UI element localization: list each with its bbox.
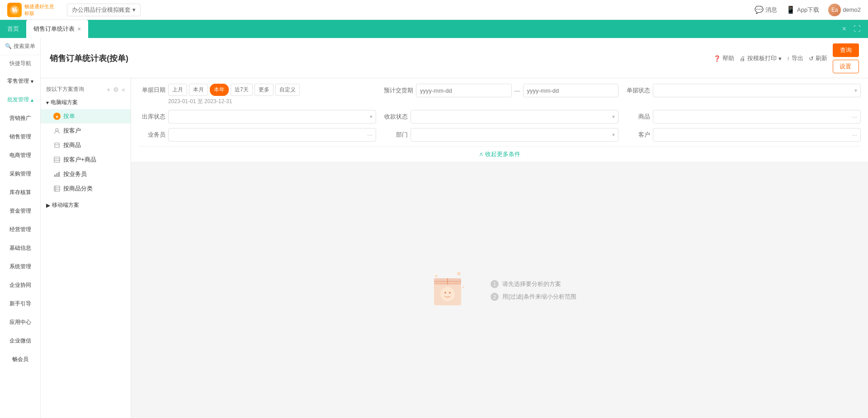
svg-rect-5 [54, 157, 60, 162]
app-download-btn[interactable]: 📱 App下载 [786, 5, 819, 14]
finance-label: 资金管理 [9, 208, 31, 214]
filter-row-3: 业务员 ··· 部门 ▾ [138, 128, 861, 142]
maximize-btn[interactable]: ⛶ [852, 25, 863, 33]
date-filter-cell: 单据日期 上月 本月 本年 近7天 更多 自定义 2023 [138, 84, 376, 105]
receive-status-select-wrapper: ▾ [410, 110, 618, 124]
minimize-btn[interactable]: × [840, 25, 848, 33]
sidebar-item-inventory[interactable]: 库存核算 [0, 183, 40, 202]
scheme-item-dan[interactable]: ● 按单 [41, 109, 131, 124]
sidebar-item-basic[interactable]: 基础信息 [0, 239, 40, 257]
svg-point-21 [449, 292, 451, 294]
sidebar-item-zero-retail[interactable]: 零售管理 ▾ [0, 72, 40, 90]
scheme-add-btn[interactable]: + [107, 86, 110, 93]
scheme-item-customer-goods[interactable]: 按客户+商品 [41, 152, 131, 167]
scheme-header-label: 按以下方案查询 [46, 86, 84, 93]
sidebar-item-enterprise[interactable]: 企业协同 [0, 276, 40, 294]
collapse-bar[interactable]: ∧ 收起更多条件 [138, 146, 861, 162]
export-btn[interactable]: ↑ 导出 [787, 54, 804, 62]
scheme-item-goods[interactable]: 按商品 [41, 138, 131, 152]
last7-btn[interactable]: 近7天 [231, 84, 253, 96]
sidebar-item-system[interactable]: 系统管理 [0, 257, 40, 276]
goods-select[interactable] [653, 110, 861, 124]
customer-select-wrapper: ··· [653, 128, 861, 142]
logo-area: 畅 畅捷通好生意 标版 [7, 3, 54, 17]
receive-status-select[interactable] [410, 110, 618, 124]
sidebar-item-purchase[interactable]: 采购管理 [0, 165, 40, 183]
tab-sales-stats[interactable]: 销售订单统计表 × [26, 20, 88, 38]
goods-cell: 商品 ··· [623, 110, 861, 124]
prev-month-btn[interactable]: 上月 [168, 84, 187, 96]
settings-btn[interactable]: 设置 [833, 60, 859, 73]
customer-select[interactable] [653, 128, 861, 142]
content-area: 销售订单统计表(按单) ❓ 帮助 🖨 按模板打印 ▾ ↑ 导出 [41, 38, 868, 418]
message-btn[interactable]: 💬 消息 [755, 5, 777, 14]
sidebar-item-member[interactable]: 畅会员 [0, 350, 40, 369]
filter-panel: 单据日期 上月 本月 本年 近7天 更多 自定义 2023 [131, 78, 868, 162]
salesman-select[interactable] [168, 128, 376, 142]
sidebar-item-newbie[interactable]: 新手引导 [0, 294, 40, 313]
ship-status-select-wrapper: ▾ [168, 110, 376, 124]
more-date-btn[interactable]: 更多 [255, 84, 274, 96]
tab-close-icon[interactable]: × [77, 25, 81, 33]
sidebar-item-finance[interactable]: 资金管理 [0, 202, 40, 220]
scheme-label-goods: 按商品 [63, 141, 81, 149]
scheme-panel-header: 按以下方案查询 + ⚙ « [41, 83, 131, 96]
tab-home[interactable]: 首页 [0, 20, 26, 38]
this-month-btn[interactable]: 本月 [189, 84, 208, 96]
sidebar-item-wholesale[interactable]: 批发管理 ▴ [0, 90, 40, 109]
basic-label: 基础信息 [9, 245, 31, 251]
empty-tips-list: 1 请先选择要分析的方案 2 用[过滤]条件来缩小分析范围 [491, 280, 576, 301]
help-label: 帮助 [722, 54, 734, 62]
scheme-label-customer: 按客户 [63, 127, 81, 135]
scheme-icon-goods [53, 142, 61, 149]
scheme-item-salesman[interactable]: 按业务员 [41, 167, 131, 181]
query-btn[interactable]: 查询 [833, 43, 859, 57]
app-selector-arrow: ▾ [132, 6, 136, 13]
pc-category-arrow: ▾ [46, 100, 49, 106]
scheme-item-goods-category[interactable]: 按商品分类 [41, 181, 131, 196]
scheme-settings-btn[interactable]: ⚙ [113, 86, 119, 93]
nav-tabs: 首页 销售订单统计表 × × ⛶ [0, 20, 868, 38]
this-year-btn[interactable]: 本年 [210, 84, 229, 96]
user-area[interactable]: Ea demo2 [828, 4, 861, 16]
nav-tab-actions: × ⛶ [840, 25, 868, 33]
print-btn[interactable]: 🖨 按模板打印 ▾ [740, 54, 782, 62]
sidebar-item-sales[interactable]: 销售管理 [0, 128, 40, 146]
sidebar-item-operations[interactable]: 经营管理 [0, 220, 40, 239]
filter-row-2: 出库状态 ▾ 收款状态 ▾ [138, 110, 861, 124]
sidebar-item-marketing[interactable]: 营销推广 [0, 109, 40, 128]
empty-tip-1: 1 请先选择要分析的方案 [491, 280, 576, 288]
app-selector[interactable]: 办公用品行业模拟账套 ▾ [67, 4, 141, 16]
sidebar-search[interactable]: 🔍 搜索菜单 [0, 38, 40, 55]
dept-select[interactable] [410, 128, 618, 142]
sidebar-item-wechat[interactable]: 企业微信 [0, 332, 40, 350]
receive-status-cell: 收款状态 ▾ [381, 110, 618, 124]
scheme-collapse-btn[interactable]: « [122, 86, 125, 93]
svg-point-2 [56, 128, 58, 131]
sidebar-item-apps[interactable]: 应用中心 [0, 313, 40, 332]
date-buttons: 上月 本月 本年 近7天 更多 自定义 [168, 84, 300, 96]
custom-date-btn[interactable]: 自定义 [275, 84, 300, 96]
scheme-panel-actions: + ⚙ « [107, 86, 125, 93]
expected-date-start[interactable] [416, 84, 512, 97]
help-btn[interactable]: ❓ 帮助 [713, 54, 734, 62]
refresh-label: 刷新 [816, 54, 827, 62]
order-status-select[interactable] [653, 84, 861, 97]
system-label: 系统管理 [9, 263, 31, 270]
top-bar: 畅 畅捷通好生意 标版 办公用品行业模拟账套 ▾ 💬 消息 📱 App下载 Ea… [0, 0, 868, 20]
expected-date-end[interactable] [523, 84, 619, 97]
quick-nav-label[interactable]: 快捷导航 [0, 55, 40, 72]
scheme-label-customer-goods: 按客户+商品 [63, 156, 96, 164]
logo-icon: 畅 [7, 3, 22, 17]
scheme-item-customer[interactable]: 按客户 [41, 124, 131, 138]
search-icon: 🔍 [5, 43, 12, 49]
ship-status-select[interactable] [168, 110, 376, 124]
refresh-btn[interactable]: ↺ 刷新 [809, 54, 827, 62]
date-separator: — [514, 87, 520, 94]
phone-icon: 📱 [786, 5, 795, 14]
receive-status-label: 收款状态 [381, 113, 408, 121]
ship-status-cell: 出库状态 ▾ [138, 110, 376, 124]
zero-retail-arrow: ▾ [31, 78, 33, 85]
sidebar-item-ecommerce[interactable]: 电商管理 [0, 146, 40, 165]
svg-point-22 [435, 275, 438, 277]
